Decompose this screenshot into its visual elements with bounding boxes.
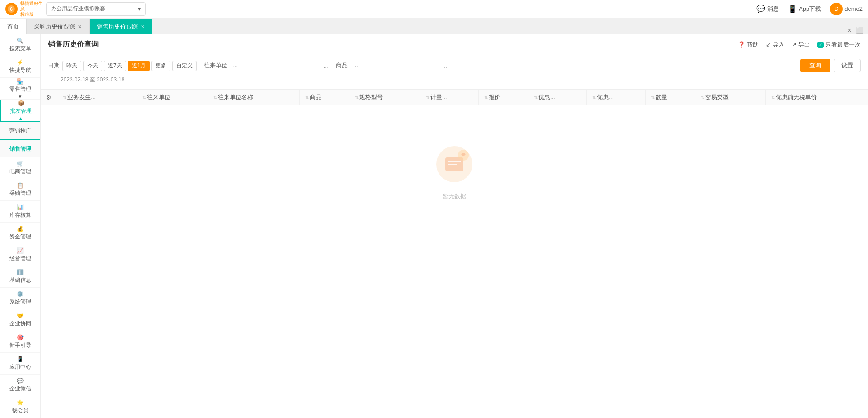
- import-icon: ↙: [766, 41, 771, 48]
- settings-button[interactable]: 设置: [834, 59, 861, 72]
- help-btn[interactable]: ❓ 帮助: [738, 41, 759, 49]
- sidebar-item-member[interactable]: ⭐ 畅会员: [0, 396, 40, 418]
- sidebar-item-fund-label: 资金管理: [9, 233, 31, 241]
- date-btn-custom[interactable]: 自定义: [172, 61, 197, 71]
- col-biz-date[interactable]: ⇅ 业务发生...: [57, 90, 137, 105]
- tab-actions: ✕ ⬜: [847, 27, 868, 34]
- sidebar-item-enterprise-wechat-label: 企业微信: [9, 385, 31, 393]
- col-pretax-price-label: 优惠前无税单价: [776, 93, 817, 101]
- app-selector[interactable]: 办公用品行业模拟账套 ▾: [46, 2, 146, 16]
- sidebar-item-inventory[interactable]: 📊 库存核算: [0, 201, 40, 223]
- sidebar-item-basic-info[interactable]: ℹ️ 基础信息: [0, 266, 40, 288]
- date-filter: 日期 昨天 今天 近7天 近1月 更多 自定义: [48, 61, 197, 71]
- tab-purchase-history[interactable]: 采购历史价跟踪 ✕: [27, 19, 90, 34]
- col-biz-date-label: 业务发生...: [67, 93, 96, 101]
- col-discount2[interactable]: ⇅ 优惠...: [587, 90, 645, 105]
- sidebar-item-purchase[interactable]: 📋 采购管理: [0, 179, 40, 201]
- date-btn-7days[interactable]: 近7天: [104, 61, 126, 71]
- help-icon: ❓: [738, 41, 745, 48]
- tab-sales-history[interactable]: 销售历史价跟踪 ✕: [90, 19, 152, 34]
- col-gear[interactable]: ⚙: [41, 90, 57, 105]
- col-quantity[interactable]: ⇅ 数量: [645, 90, 695, 105]
- only-last-checkbox-area[interactable]: ✓ 只看最后一次: [817, 41, 861, 49]
- chevron-down-icon: ▼: [18, 94, 23, 99]
- col-spec[interactable]: ⇅ 规格型号: [349, 90, 420, 105]
- filter-bar: 日期 昨天 今天 近7天 近1月 更多 自定义 往来单位 ...: [41, 53, 868, 90]
- guide-icon: 🎯: [17, 334, 24, 341]
- sidebar-item-member-label: 畅会员: [12, 407, 28, 414]
- filter-row-1: 日期 昨天 今天 近7天 近1月 更多 自定义 往来单位 ...: [48, 59, 861, 72]
- partner-dots: ...: [323, 62, 329, 69]
- only-last-checkbox[interactable]: ✓: [817, 42, 824, 48]
- col-unit[interactable]: ⇅ 计量...: [420, 90, 478, 105]
- col-partner-name-label: 往来单位名称: [218, 93, 253, 101]
- message-btn[interactable]: 💬 消息: [756, 5, 779, 13]
- collab-icon: 🤝: [17, 313, 24, 319]
- table-container: ⚙ ⇅ 业务发生... ⇅ 往来单位 ⇅ 往来单位名称 ⇅ 商品: [41, 90, 868, 418]
- partner-filter: 往来单位 ...: [204, 61, 329, 70]
- sidebar-item-system[interactable]: ⚙️ 系统管理: [0, 288, 40, 309]
- sidebar-item-operation[interactable]: 📈 经营管理: [0, 244, 40, 266]
- app-selector-label: 办公用品行业模拟账套: [51, 5, 105, 13]
- import-btn[interactable]: ↙ 导入: [766, 41, 784, 49]
- date-btn-more[interactable]: 更多: [151, 61, 170, 71]
- tab-home[interactable]: 首页: [0, 19, 27, 34]
- sidebar-item-collab[interactable]: 🤝 企业协同: [0, 309, 40, 331]
- tab-bar: 首页 采购历史价跟踪 ✕ 销售历史价跟踪 ✕ ✕ ⬜: [0, 18, 868, 34]
- retail-icon: 🏪: [17, 78, 24, 85]
- sidebar-item-ecommerce-label: 电商管理: [9, 168, 31, 176]
- date-btn-today[interactable]: 今天: [83, 61, 102, 71]
- svg-rect-4: [448, 161, 461, 162]
- app-download-label: App下载: [799, 5, 821, 13]
- table-header: ⚙ ⇅ 业务发生... ⇅ 往来单位 ⇅ 往来单位名称 ⇅ 商品: [41, 90, 868, 105]
- col-quote[interactable]: ⇅ 报价: [479, 90, 528, 105]
- tab-purchase-history-close[interactable]: ✕: [78, 24, 82, 30]
- sidebar-item-enterprise-wechat[interactable]: 💬 企业微信: [0, 375, 40, 396]
- col-pretax-price[interactable]: ⇅ 优惠前无税单价: [766, 90, 868, 105]
- date-btn-1month[interactable]: 近1月: [128, 61, 150, 71]
- maximize-btn[interactable]: ⬜: [856, 27, 863, 34]
- sidebar-item-marketing-label: 营销推广: [9, 127, 31, 135]
- page-header: 销售历史价查询 ❓ 帮助 ↙ 导入 ↗ 导出 ✓ 只: [41, 34, 868, 53]
- sidebar-item-sales-mgmt[interactable]: 销售管理: [0, 139, 40, 157]
- export-btn[interactable]: ↗ 导出: [792, 41, 810, 49]
- product-input[interactable]: [350, 61, 441, 70]
- wholesale-icon: 📦: [18, 100, 24, 106]
- sidebar-item-purchase-label: 采购管理: [9, 190, 31, 197]
- col-discount1[interactable]: ⇅ 优惠...: [528, 90, 587, 105]
- tab-purchase-history-label: 采购历史价跟踪: [34, 23, 75, 31]
- col-spec-label: 规格型号: [359, 93, 383, 101]
- sidebar-item-app-center[interactable]: 📱 应用中心: [0, 353, 40, 375]
- sidebar-item-fund[interactable]: 💰 资金管理: [0, 223, 40, 244]
- sidebar-item-wholesale-mgmt[interactable]: 📦 批发管理 ▲: [0, 100, 40, 121]
- sidebar-item-ecommerce[interactable]: 🛒 电商管理: [0, 157, 40, 179]
- user-area[interactable]: D demo2: [830, 3, 863, 15]
- sidebar-item-quick-nav[interactable]: ⚡ 快捷导航: [0, 56, 40, 78]
- tab-sales-history-close[interactable]: ✕: [141, 24, 145, 30]
- col-product-label: 商品: [310, 93, 321, 101]
- partner-input[interactable]: [230, 61, 321, 70]
- date-btns: 昨天 今天 近7天 近1月 更多 自定义: [62, 61, 197, 71]
- sidebar-item-guide[interactable]: 🎯 新手引导: [0, 331, 40, 353]
- sidebar-item-search-menu[interactable]: 🔍 搜索菜单: [0, 34, 40, 56]
- col-partner-name[interactable]: ⇅ 往来单位名称: [208, 90, 300, 105]
- sidebar-item-system-label: 系统管理: [9, 298, 31, 306]
- date-label: 日期: [48, 62, 60, 70]
- query-button[interactable]: 查询: [800, 59, 830, 72]
- top-right-area: 💬 消息 📱 App下载 D demo2: [756, 3, 863, 15]
- sidebar: 🔍 搜索菜单 ⚡ 快捷导航 🏪 零售管理 ▼ 📦 批发管理 ▲ 营销推广 销售管…: [0, 34, 41, 418]
- col-partner-code-label: 往来单位: [147, 93, 170, 101]
- col-product[interactable]: ⇅ 商品: [300, 90, 349, 105]
- col-partner-code[interactable]: ⇅ 往来单位: [137, 90, 208, 105]
- message-label: 消息: [767, 5, 779, 13]
- sidebar-item-basic-label: 基础信息: [9, 276, 31, 284]
- table-header-row: ⚙ ⇅ 业务发生... ⇅ 往来单位 ⇅ 往来单位名称 ⇅ 商品: [41, 90, 868, 105]
- app-download-btn[interactable]: 📱 App下载: [788, 5, 821, 13]
- product-dots: ...: [443, 62, 449, 69]
- sidebar-item-marketing-promo[interactable]: 营销推广: [0, 121, 40, 139]
- system-icon: ⚙️: [17, 291, 24, 297]
- close-all-tabs-btn[interactable]: ✕: [847, 27, 852, 34]
- col-trade-type[interactable]: ⇅ 交易类型: [695, 90, 766, 105]
- date-btn-yesterday[interactable]: 昨天: [62, 61, 81, 71]
- sidebar-item-retail-mgmt[interactable]: 🏪 零售管理 ▼: [0, 78, 40, 100]
